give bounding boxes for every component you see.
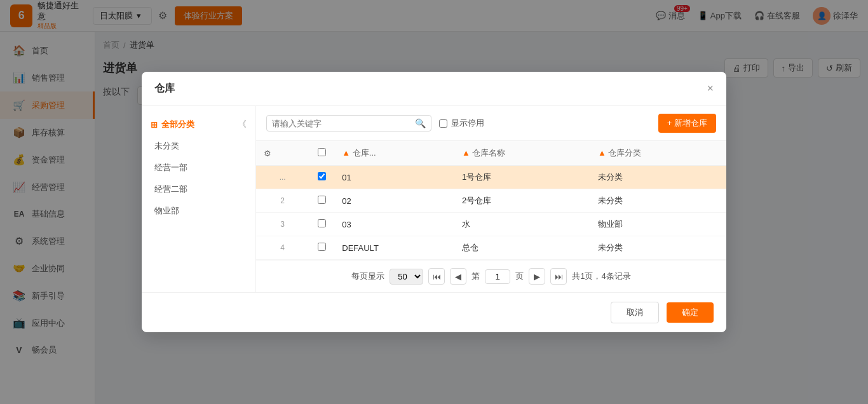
modal-overlay: 仓库 × ⊞ 全部分类 《 未分类 经营一部 经营二部 物业部 xyxy=(0,0,868,404)
modal-body: ⊞ 全部分类 《 未分类 经营一部 经营二部 物业部 🔍 xyxy=(142,106,726,292)
category-item-property[interactable]: 物业部 xyxy=(142,200,255,222)
total-label: 共1页，4条记录 xyxy=(572,271,630,282)
show-disabled-text: 显示停用 xyxy=(451,118,484,129)
row-category: 未分类 xyxy=(590,189,726,213)
row-name: 2号仓库 xyxy=(454,189,590,213)
row-category: 未分类 xyxy=(590,236,726,260)
row-action: 4 xyxy=(256,236,309,260)
row-code: 02 xyxy=(334,189,454,213)
modal-title: 仓库 xyxy=(154,82,175,95)
table-row: ... 01 1号仓库 未分类 xyxy=(256,166,726,189)
row-checkbox-cell[interactable] xyxy=(309,236,334,260)
modal-main: 🔍 显示停用 + 新增仓库 ⚙ xyxy=(256,106,726,292)
show-disabled-checkbox[interactable] xyxy=(439,119,447,128)
row-name: 1号仓库 xyxy=(454,166,590,189)
prev-page-btn[interactable]: ◀ xyxy=(450,268,466,285)
table-row: 4 DEFAULT 总仓 未分类 xyxy=(256,236,726,260)
per-page-select[interactable]: 50 xyxy=(390,269,423,285)
all-categories-btn[interactable]: ⊞ 全部分类 xyxy=(151,119,194,130)
row-code: DEFAULT xyxy=(334,236,454,260)
last-page-btn[interactable]: ⏭ xyxy=(550,268,567,285)
row-category: 未分类 xyxy=(590,166,726,189)
col-checkbox-header[interactable] xyxy=(309,141,334,166)
table-row: 3 03 水 物业部 xyxy=(256,213,726,236)
col-code-header: ▲ 仓库... xyxy=(334,141,454,166)
modal-footer: 取消 确定 xyxy=(142,292,726,332)
row-checkbox-cell[interactable] xyxy=(309,213,334,236)
row-code: 03 xyxy=(334,213,454,236)
pagination: 每页显示 50 ⏮ ◀ 第 页 ▶ ⏭ 共1页，4条记录 xyxy=(256,260,726,292)
row-category: 物业部 xyxy=(590,213,726,236)
col-name-header: ▲ 仓库名称 xyxy=(454,141,590,166)
all-categories-label: 全部分类 xyxy=(161,119,194,130)
page-suffix: 页 xyxy=(515,271,524,282)
select-all-checkbox[interactable] xyxy=(318,148,326,156)
col-settings-icon[interactable]: ⚙ xyxy=(256,141,309,166)
row-checkbox-cell[interactable] xyxy=(309,166,334,189)
col-category-header: ▲ 仓库分类 xyxy=(590,141,726,166)
table-row: 2 02 2号仓库 未分类 xyxy=(256,189,726,213)
first-page-btn[interactable]: ⏮ xyxy=(428,268,445,285)
per-page-label: 每页显示 xyxy=(351,271,384,282)
table-header-row: ⚙ ▲ 仓库... ▲ 仓库名称 xyxy=(256,141,726,166)
show-disabled-label[interactable]: 显示停用 xyxy=(439,118,484,129)
row-code: 01 xyxy=(334,166,454,189)
row-checkbox[interactable] xyxy=(318,219,326,227)
warehouse-table: ⚙ ▲ 仓库... ▲ 仓库名称 xyxy=(256,141,726,260)
category-item-ops2[interactable]: 经营二部 xyxy=(142,178,255,200)
row-name: 总仓 xyxy=(454,236,590,260)
search-icon[interactable]: 🔍 xyxy=(415,118,426,128)
category-item-unclassified[interactable]: 未分类 xyxy=(142,135,255,157)
sort-icon-3: ▲ xyxy=(598,148,606,158)
modal-close-btn[interactable]: × xyxy=(707,82,714,95)
row-name: 水 xyxy=(454,213,590,236)
category-sidebar: ⊞ 全部分类 《 未分类 经营一部 经营二部 物业部 xyxy=(142,106,256,292)
warehouse-modal: 仓库 × ⊞ 全部分类 《 未分类 经营一部 经营二部 物业部 xyxy=(142,72,726,332)
sort-icon: ▲ xyxy=(342,148,350,158)
search-input[interactable] xyxy=(272,119,415,128)
confirm-btn[interactable]: 确定 xyxy=(667,302,714,323)
grid-icon: ⊞ xyxy=(151,120,158,130)
page-input[interactable] xyxy=(485,269,510,284)
category-header: ⊞ 全部分类 《 xyxy=(142,114,255,135)
search-box: 🔍 xyxy=(266,115,431,131)
row-action: ... xyxy=(256,166,309,189)
add-warehouse-btn[interactable]: + 新增仓库 xyxy=(658,114,716,133)
row-checkbox[interactable] xyxy=(318,196,326,204)
collapse-icon[interactable]: 《 xyxy=(238,119,247,130)
row-action: 2 xyxy=(256,189,309,213)
row-checkbox-cell[interactable] xyxy=(309,189,334,213)
row-checkbox[interactable] xyxy=(318,172,326,180)
page-label: 第 xyxy=(471,271,480,282)
next-page-btn[interactable]: ▶ xyxy=(529,268,545,285)
sort-icon-2: ▲ xyxy=(462,148,470,158)
cancel-btn[interactable]: 取消 xyxy=(611,302,659,323)
modal-toolbar: 🔍 显示停用 + 新增仓库 xyxy=(256,106,726,141)
modal-header: 仓库 × xyxy=(142,72,726,106)
row-checkbox[interactable] xyxy=(318,243,326,251)
category-item-ops1[interactable]: 经营一部 xyxy=(142,157,255,178)
row-action: 3 xyxy=(256,213,309,236)
